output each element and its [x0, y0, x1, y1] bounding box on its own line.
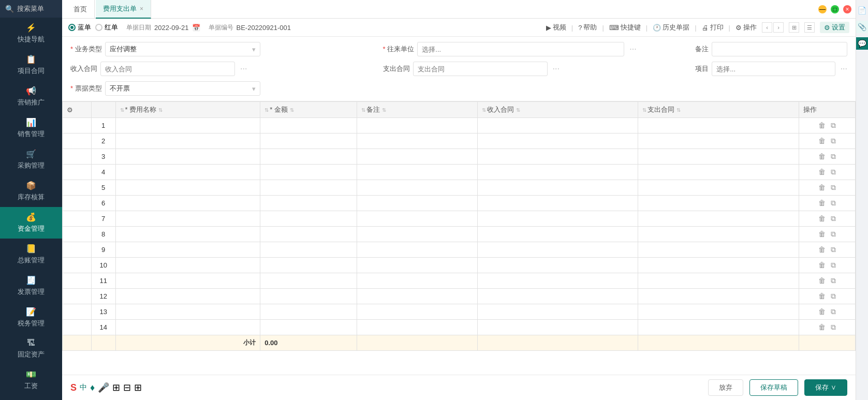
row-delete-icon[interactable]: 🗑	[818, 292, 826, 300]
row-income-contract-cell[interactable]	[477, 304, 638, 320]
row-income-contract-cell[interactable]	[477, 211, 638, 227]
sidebar-item-invoice[interactable]: 🧾发票管理	[0, 270, 62, 302]
row-expense-name-cell[interactable]	[115, 211, 260, 227]
footer-grid2-icon[interactable]: ⊟	[123, 382, 131, 393]
row-amount-cell[interactable]	[260, 242, 357, 258]
col-expense-contract[interactable]: ⇅ 支出合同 ⇅	[638, 102, 799, 118]
row-copy-icon[interactable]: ⧉	[831, 121, 836, 129]
row-expense-name-cell[interactable]	[115, 196, 260, 211]
sidebar-item-purchase[interactable]: 🛒采购管理	[0, 144, 62, 175]
invoice-type-select[interactable]: 不开票 ▾	[105, 81, 260, 96]
row-expense-name-cell[interactable]	[115, 134, 260, 149]
window-close-button[interactable]: ×	[843, 5, 851, 13]
row-income-contract-cell[interactable]	[477, 320, 638, 335]
row-amount-cell[interactable]	[260, 227, 357, 242]
row-income-contract-cell[interactable]	[477, 289, 638, 304]
row-expense-name-cell[interactable]	[115, 242, 260, 258]
sidebar-item-sales[interactable]: 📊销售管理	[0, 112, 62, 144]
row-expense-contract-cell[interactable]	[638, 242, 799, 258]
row-delete-icon[interactable]: 🗑	[818, 152, 826, 160]
row-expense-contract-cell[interactable]	[638, 227, 799, 242]
tab-expense[interactable]: 费用支出单 ×	[96, 0, 151, 19]
row-amount-cell[interactable]	[260, 289, 357, 304]
row-expense-name-cell[interactable]	[115, 289, 260, 304]
row-copy-icon[interactable]: ⧉	[831, 307, 836, 316]
row-expense-contract-cell[interactable]	[638, 211, 799, 227]
row-remark-cell[interactable]	[357, 118, 477, 134]
nav-right-btn[interactable]: ›	[773, 22, 784, 33]
row-delete-icon[interactable]: 🗑	[818, 307, 826, 316]
row-amount-cell[interactable]	[260, 273, 357, 289]
row-remark-cell[interactable]	[357, 258, 477, 273]
right-panel-icon-1[interactable]: 📄	[856, 4, 868, 17]
row-delete-icon[interactable]: 🗑	[818, 199, 826, 207]
row-income-contract-cell[interactable]	[477, 227, 638, 242]
row-amount-cell[interactable]	[260, 118, 357, 134]
row-income-contract-cell[interactable]	[477, 149, 638, 165]
row-income-contract-cell[interactable]	[477, 118, 638, 134]
row-remark-cell[interactable]	[357, 196, 477, 211]
sidebar-item-fixed-assets[interactable]: 🏗固定资产	[0, 333, 62, 364]
row-expense-contract-cell[interactable]	[638, 165, 799, 180]
row-copy-icon[interactable]: ⧉	[831, 183, 836, 191]
row-delete-icon[interactable]: 🗑	[818, 121, 826, 129]
row-income-contract-cell[interactable]	[477, 180, 638, 196]
row-remark-cell[interactable]	[357, 320, 477, 335]
sidebar-search[interactable]: 🔍 搜索菜单	[0, 0, 62, 18]
row-amount-cell[interactable]	[260, 258, 357, 273]
window-minimize-button[interactable]: —	[818, 5, 827, 13]
row-amount-cell[interactable]	[260, 165, 357, 180]
row-expense-contract-cell[interactable]	[638, 149, 799, 165]
discard-button[interactable]: 放弃	[708, 379, 743, 396]
row-amount-cell[interactable]	[260, 134, 357, 149]
shortcut-btn[interactable]: ⌨ 快捷键	[609, 23, 641, 32]
row-copy-icon[interactable]: ⧉	[831, 292, 836, 300]
col-settings[interactable]: ⚙	[63, 102, 92, 118]
footer-grid1-icon[interactable]: ⊞	[112, 382, 120, 393]
row-remark-cell[interactable]	[357, 149, 477, 165]
sidebar-item-project-contract[interactable]: 📋项目合同	[0, 49, 62, 81]
row-remark-cell[interactable]	[357, 211, 477, 227]
partner-input[interactable]	[417, 42, 624, 56]
blue-radio[interactable]: 蓝单	[68, 23, 91, 32]
row-copy-icon[interactable]: ⧉	[831, 261, 836, 269]
sidebar-item-capital[interactable]: 💰资金管理	[0, 207, 62, 239]
sidebar-item-marketing[interactable]: 📢营销推广	[0, 81, 62, 112]
col-remark[interactable]: ⇅ 备注 ⇅	[357, 102, 477, 118]
row-copy-icon[interactable]: ⧉	[831, 323, 836, 331]
row-expense-contract-cell[interactable]	[638, 273, 799, 289]
row-copy-icon[interactable]: ⧉	[831, 199, 836, 207]
row-copy-icon[interactable]: ⧉	[831, 168, 836, 176]
row-income-contract-cell[interactable]	[477, 134, 638, 149]
row-expense-contract-cell[interactable]	[638, 180, 799, 196]
row-remark-cell[interactable]	[357, 134, 477, 149]
sidebar-item-ledger[interactable]: 📒总账管理	[0, 239, 62, 270]
row-expense-contract-cell[interactable]	[638, 258, 799, 273]
sidebar-item-quick-nav[interactable]: ⚡快捷导航	[0, 18, 62, 49]
tab-close-icon[interactable]: ×	[140, 5, 143, 12]
row-remark-cell[interactable]	[357, 273, 477, 289]
row-amount-cell[interactable]	[260, 320, 357, 335]
row-income-contract-cell[interactable]	[477, 196, 638, 211]
partner-dots-icon[interactable]: ···	[629, 45, 636, 54]
history-btn[interactable]: 🕐 历史单据	[653, 23, 689, 32]
row-expense-contract-cell[interactable]	[638, 196, 799, 211]
project-dots-icon[interactable]: ···	[841, 64, 847, 73]
row-amount-cell[interactable]	[260, 196, 357, 211]
red-radio[interactable]: 红单	[95, 23, 118, 32]
sidebar-item-operation[interactable]: 📈经营管理	[0, 396, 62, 400]
row-expense-name-cell[interactable]	[115, 149, 260, 165]
row-income-contract-cell[interactable]	[477, 273, 638, 289]
col-amount[interactable]: ⇅ * 金额 ⇅	[260, 102, 357, 118]
footer-grid3-icon[interactable]: ⊞	[134, 382, 142, 393]
operations-btn[interactable]: ⚙ 操作	[735, 23, 757, 32]
col-income-contract[interactable]: ⇅ 收入合同 ⇅	[477, 102, 638, 118]
row-expense-name-cell[interactable]	[115, 273, 260, 289]
row-remark-cell[interactable]	[357, 227, 477, 242]
save-button[interactable]: 保存 ∨	[804, 379, 847, 396]
row-expense-name-cell[interactable]	[115, 227, 260, 242]
expense-contract-dots-icon[interactable]: ···	[553, 64, 560, 73]
row-expense-contract-cell[interactable]	[638, 289, 799, 304]
window-maximize-button[interactable]: □	[831, 5, 839, 13]
expense-contract-input[interactable]	[413, 62, 548, 76]
